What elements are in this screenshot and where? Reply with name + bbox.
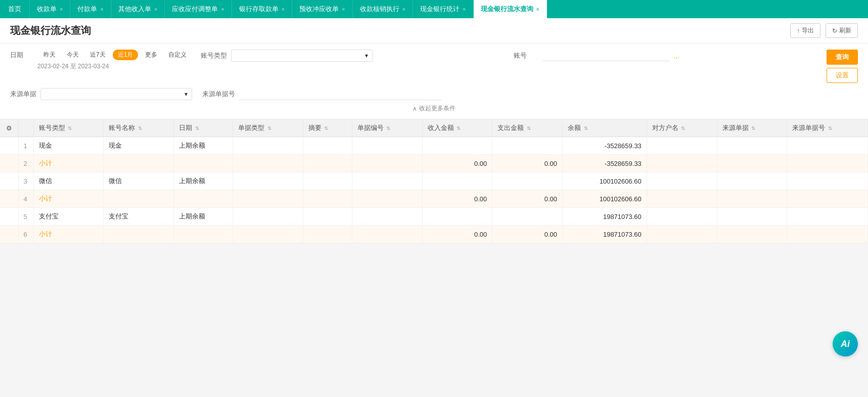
collapse-bar[interactable]: ∧ 收起更多条件: [10, 104, 858, 113]
close-icon[interactable]: ×: [536, 6, 539, 12]
nav-home[interactable]: 首页: [0, 0, 30, 18]
td-date: 上期余额: [174, 137, 233, 155]
sort-icon: ⇅: [456, 125, 461, 131]
date-btn-1month[interactable]: 近1月: [113, 50, 139, 60]
th-balance[interactable]: 余额 ⇅: [563, 119, 647, 137]
page-title: 现金银行流水查询: [10, 24, 91, 37]
close-icon[interactable]: ×: [463, 6, 466, 12]
source-doc-no-input[interactable]: [239, 89, 441, 100]
chevron-down-icon: ▾: [365, 52, 368, 59]
td-account-type: 现金: [33, 137, 104, 155]
account-type-select[interactable]: ▾: [231, 50, 373, 62]
th-rownum: [18, 119, 33, 137]
settings-button[interactable]: 设置: [827, 68, 858, 83]
close-icon[interactable]: ×: [402, 6, 405, 12]
date-btn-today[interactable]: 今天: [63, 50, 83, 60]
td-account-type: 支付宝: [33, 208, 104, 226]
td-checkbox: [0, 226, 18, 243]
td-source-doc-no: [787, 137, 868, 155]
th-counterparty[interactable]: 对方户名 ⇅: [647, 119, 717, 137]
nav-tab-prepay[interactable]: 预收冲应收单 ×: [292, 0, 352, 18]
td-source-doc: [717, 208, 787, 226]
td-doc-no: [352, 208, 422, 226]
close-icon[interactable]: ×: [154, 6, 157, 12]
close-icon[interactable]: ×: [221, 6, 224, 12]
td-rownum: 1: [18, 137, 33, 155]
table-header-row: ⚙ 账号类型 ⇅ 账号名称 ⇅ 日期 ⇅ 单据类型 ⇅: [0, 119, 868, 137]
th-summary[interactable]: 摘要 ⇅: [303, 119, 352, 137]
nav-tab-shoukuan[interactable]: 收款单 ×: [30, 0, 70, 18]
close-icon[interactable]: ×: [282, 6, 285, 12]
page-header: 现金银行流水查询 ↑ 导出 ↻ 刷新: [0, 18, 868, 43]
nav-tab-other-income[interactable]: 其他收入单 ×: [111, 0, 165, 18]
td-rownum: 6: [18, 226, 33, 243]
td-expense: [492, 137, 563, 155]
td-expense: [492, 208, 563, 226]
td-doc-type: [233, 172, 303, 190]
export-icon: ↑: [797, 27, 800, 34]
close-icon[interactable]: ×: [100, 6, 103, 12]
th-gear[interactable]: ⚙: [0, 119, 18, 137]
td-date: [174, 190, 233, 208]
nav-tab-cash-flow[interactable]: 现金银行流水查询 ×: [474, 0, 547, 18]
collapse-icon: ∧: [413, 105, 417, 112]
td-counterparty: [647, 208, 717, 226]
th-account-name[interactable]: 账号名称 ⇅: [104, 119, 174, 137]
td-balance: 19871073.60: [563, 208, 647, 226]
th-source-doc-no[interactable]: 来源单据号 ⇅: [787, 119, 868, 137]
date-btn-yesterday[interactable]: 昨天: [39, 50, 60, 60]
td-source-doc: [717, 172, 787, 190]
th-income[interactable]: 收入金额 ⇅: [422, 119, 492, 137]
nav-tab-adjustment[interactable]: 应收应付调整单 ×: [165, 0, 232, 18]
sort-icon: ⇅: [138, 125, 142, 131]
th-date[interactable]: 日期 ⇅: [174, 119, 233, 137]
date-btn-more[interactable]: 更多: [141, 50, 161, 60]
td-rownum: 4: [18, 190, 33, 208]
td-doc-type: [233, 190, 303, 208]
td-account-name: 微信: [104, 172, 174, 190]
refresh-button[interactable]: ↻ 刷新: [826, 23, 858, 38]
nav-tab-collection-exec[interactable]: 收款核销执行 ×: [353, 0, 413, 18]
data-table: ⚙ 账号类型 ⇅ 账号名称 ⇅ 日期 ⇅ 单据类型 ⇅: [0, 119, 868, 243]
account-label: 账号: [514, 51, 539, 60]
more-account-button[interactable]: ...: [673, 52, 679, 60]
nav-tab-fukuan[interactable]: 付款单 ×: [70, 0, 111, 18]
nav-tab-bank-deposit[interactable]: 银行存取款单 ×: [232, 0, 292, 18]
td-balance: 100102606.60: [563, 190, 647, 208]
sort-icon: ⇅: [751, 125, 755, 131]
table-row: 3微信微信上期余额100102606.60: [0, 172, 868, 190]
nav-tab-cash-stats[interactable]: 现金银行统计 ×: [413, 0, 473, 18]
source-doc-select[interactable]: ▾: [40, 88, 192, 100]
th-doc-type[interactable]: 单据类型 ⇅: [233, 119, 303, 137]
td-source-doc-no: [787, 155, 868, 172]
td-income: 0.00: [422, 155, 492, 172]
close-icon[interactable]: ×: [342, 6, 345, 12]
export-button[interactable]: ↑ 导出: [790, 23, 820, 38]
source-doc-no-label: 来源单据号: [202, 90, 235, 99]
query-button[interactable]: 查询: [827, 50, 858, 65]
td-source-doc-no: [787, 190, 868, 208]
td-balance: 100102606.60: [563, 172, 647, 190]
td-source-doc: [717, 137, 787, 155]
filter-area: 日期 昨天 今天 近7天 近1月 更多 自定义 2023-02-24 至 202…: [0, 43, 868, 119]
date-label: 日期: [10, 51, 35, 60]
td-doc-no: [352, 155, 422, 172]
th-doc-no[interactable]: 单据编号 ⇅: [352, 119, 422, 137]
td-doc-type: [233, 226, 303, 243]
date-btn-custom[interactable]: 自定义: [164, 50, 191, 60]
table-area: ⚙ 账号类型 ⇅ 账号名称 ⇅ 日期 ⇅ 单据类型 ⇅: [0, 119, 868, 243]
table-row: 1现金现金上期余额-3528659.33: [0, 137, 868, 155]
td-account-name: 现金: [104, 137, 174, 155]
close-icon[interactable]: ×: [60, 6, 63, 12]
th-source-doc[interactable]: 来源单据 ⇅: [717, 119, 787, 137]
td-doc-type: [233, 208, 303, 226]
td-balance: 19871073.60: [563, 226, 647, 243]
account-input[interactable]: [543, 50, 669, 61]
td-balance: -3528659.33: [563, 155, 647, 172]
sort-icon: ⇅: [584, 125, 588, 131]
td-date: 上期余额: [174, 208, 233, 226]
th-account-type[interactable]: 账号类型 ⇅: [33, 119, 104, 137]
date-btn-7days[interactable]: 近7天: [86, 50, 110, 60]
th-expense[interactable]: 支出金额 ⇅: [492, 119, 563, 137]
td-expense: 0.00: [492, 155, 563, 172]
